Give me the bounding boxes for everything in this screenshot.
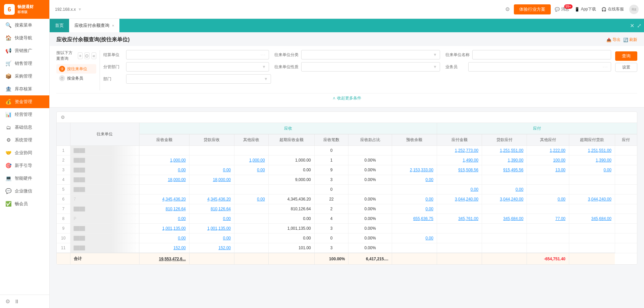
pause-icon[interactable]: ⏸ bbox=[14, 299, 19, 305]
th-pay-overdue: 超期应付货款 bbox=[569, 134, 615, 146]
sidebar-item-finance[interactable]: 💰 资金管理 bbox=[0, 95, 49, 108]
sidebar-icon-stock: 🏦 bbox=[5, 86, 11, 92]
tab-home-label: 首页 bbox=[55, 23, 64, 29]
dept-select[interactable]: ▼ bbox=[126, 62, 269, 72]
scheme-unit-icon: 业 bbox=[59, 66, 65, 72]
sidebar-item-sales[interactable]: 🛒 销售管理 bbox=[0, 57, 49, 70]
th-recv-advance: 预收余额 bbox=[392, 134, 437, 146]
filter-config-button[interactable]: ⊙ bbox=[85, 52, 89, 59]
footer-empty2 bbox=[189, 253, 234, 264]
query-button[interactable]: 查询 bbox=[615, 51, 637, 61]
tab-balance[interactable]: 应收应付余额查询 × bbox=[69, 19, 119, 32]
department-select[interactable]: ▼ bbox=[126, 74, 271, 84]
footer-pay-total: -654,751.40 bbox=[527, 253, 569, 264]
filter-arrow-button[interactable]: « bbox=[92, 52, 96, 59]
sidebar-label-member: 畅会员 bbox=[15, 201, 28, 207]
topbar-service[interactable]: 🎧 在线客服 bbox=[601, 6, 624, 12]
topbar-actions: 💬 消息 99+ 📱 App下载 🎧 在线客服 Rit bbox=[555, 5, 639, 14]
th-payable-group: 应付 bbox=[437, 123, 637, 134]
sidebar-item-quick[interactable]: 🏠 快捷导航 bbox=[0, 32, 49, 44]
unit-name-input[interactable] bbox=[472, 50, 611, 59]
sidebar-item-operation[interactable]: 📊 经营管理 bbox=[0, 108, 49, 121]
sidebar-item-stock[interactable]: 🏦 库存核算 bbox=[0, 83, 49, 95]
filter-settlement: 结算单位 ··· bbox=[103, 50, 269, 59]
table-row: 3████0.000.000.000.0090.00%2,153,333.009… bbox=[57, 165, 637, 175]
footer-empty bbox=[57, 253, 70, 264]
table-row: 674,345,436.204,345,436.200.004,345,436.… bbox=[57, 194, 637, 204]
scheme-item-unit[interactable]: 业 按往来单位 bbox=[56, 64, 96, 74]
unit-nature-label: 往来单位性质 bbox=[274, 64, 299, 70]
refresh-icon: 🔄 bbox=[623, 38, 628, 42]
set-button[interactable]: 设置 bbox=[615, 63, 637, 72]
sidebar-item-marketing[interactable]: 📢 营销推广 bbox=[0, 44, 49, 57]
topbar-address: 192.168.x.x bbox=[55, 7, 76, 12]
sidebar-item-member[interactable]: ✅ 畅会员 bbox=[0, 197, 49, 210]
sidebar-label-sales: 销售管理 bbox=[15, 60, 32, 67]
topbar-breadcrumb: 192.168.x.x ▼ bbox=[55, 7, 501, 12]
sidebar-item-system[interactable]: ⚙ 系统管理 bbox=[0, 134, 49, 146]
export-button[interactable]: 📤 导出 bbox=[606, 37, 621, 43]
sidebar-item-hardware[interactable]: 💻 智能硬件 bbox=[0, 172, 49, 185]
staff-input[interactable]: ··· bbox=[468, 62, 611, 72]
sidebar-item-corp[interactable]: 🤝 企业协同 bbox=[0, 146, 49, 159]
sidebar-logo: 6 畅捷通财 标准版 bbox=[0, 0, 49, 19]
export-icon: 📤 bbox=[606, 38, 611, 42]
unit-nature-select[interactable]: ▼ bbox=[301, 62, 440, 72]
th-partner: 往来单位 bbox=[70, 123, 139, 146]
topbar-message[interactable]: 💬 消息 99+ bbox=[555, 6, 569, 12]
sidebar-item-wechat[interactable]: 💬 企业微信 bbox=[0, 185, 49, 197]
sidebar-icon-guide: 🎯 bbox=[5, 163, 11, 169]
sidebar-item-guide[interactable]: 🎯 新手引导 bbox=[0, 159, 49, 172]
avatar-text: Rit bbox=[632, 7, 636, 11]
filter-add-button[interactable]: + bbox=[78, 52, 83, 59]
sidebar-icon-finance: 💰 bbox=[5, 99, 11, 105]
scheme-unit-label: 按往来单位 bbox=[67, 66, 87, 72]
topbar-app-download[interactable]: 📱 App下载 bbox=[575, 6, 596, 12]
settlement-input[interactable]: ··· bbox=[126, 50, 269, 59]
sidebar-icon-search: 🔍 bbox=[5, 22, 11, 28]
tab-home[interactable]: 首页 bbox=[50, 19, 69, 32]
service-icon: 🎧 bbox=[601, 7, 606, 12]
th-recv-loan: 贷款应收 bbox=[189, 134, 234, 146]
sidebar-label-finance: 资金管理 bbox=[15, 99, 32, 105]
dept-chevron: ▼ bbox=[262, 64, 266, 69]
sidebar-item-search[interactable]: 🔍 搜索菜单 bbox=[0, 19, 49, 32]
topbar-chevron[interactable]: ▼ bbox=[78, 7, 82, 12]
sidebar-icon-sales: 🛒 bbox=[5, 60, 11, 67]
refresh-button[interactable]: 🔄 刷新 bbox=[623, 37, 637, 43]
sidebar-bottom: ⚙ ⏸ bbox=[0, 295, 49, 308]
tabbar-close-icon[interactable]: ✕ bbox=[630, 23, 634, 29]
tab-close-icon[interactable]: × bbox=[112, 24, 114, 28]
topbar-cta-button[interactable]: 体验行业方案 bbox=[514, 4, 551, 14]
department-label: 部门 bbox=[103, 76, 123, 82]
sidebar-item-basic[interactable]: 🗂 基础信息 bbox=[0, 121, 49, 134]
footer-recv-total[interactable]: 19,553,472,6... bbox=[139, 253, 189, 264]
sidebar-icon-operation: 📊 bbox=[5, 112, 11, 118]
sidebar: 6 畅捷通财 标准版 🔍 搜索菜单 🏠 快捷导航 📢 营销推广 🛒 销售管理 📦… bbox=[0, 0, 50, 308]
collapse-button[interactable]: ∧ 收起更多条件 bbox=[56, 93, 637, 103]
filter-unit-name: 往来单位名称 bbox=[445, 50, 611, 59]
tabbar-expand-icon[interactable]: ⤢ bbox=[637, 23, 641, 29]
scheme-item-staff[interactable]: ⏱ 按业务员 bbox=[56, 74, 96, 83]
unit-type-select[interactable]: ▼ bbox=[301, 50, 440, 59]
th-recv-overdue: 超期应收金额 bbox=[268, 134, 314, 146]
unit-type-chevron: ▼ bbox=[433, 52, 437, 57]
settings-icon[interactable]: ⚙ bbox=[5, 298, 10, 305]
table-settings-icon[interactable]: ⚙ bbox=[61, 115, 65, 120]
footer-label: 合计 bbox=[70, 253, 139, 264]
scheme-staff-icon: ⏱ bbox=[59, 75, 65, 81]
topbar-gear-icon[interactable]: ⚙ bbox=[505, 6, 510, 12]
table-row: 1████01,252,773.001,251,551.001,222.001,… bbox=[57, 146, 637, 156]
topbar-avatar[interactable]: Rit bbox=[629, 5, 639, 14]
topbar: 192.168.x.x ▼ ⚙ 体验行业方案 💬 消息 99+ 📱 App下载 … bbox=[50, 0, 644, 19]
table-scroll[interactable]: 往来单位 应收 应付 应收金额 贷款应收 其他应收 超期应收金额 应收笔数 应收… bbox=[57, 123, 637, 264]
sidebar-item-purchase[interactable]: 📦 采购管理 bbox=[0, 70, 49, 83]
filter-unit-type: 往来单位分类 ▼ bbox=[274, 50, 440, 59]
settlement-label: 结算单位 bbox=[103, 52, 123, 58]
page-header-area: 应收应付余额查询(按往来单位) 📤 导出 🔄 刷新 bbox=[50, 32, 644, 46]
th-pay-end: 应付 bbox=[615, 134, 637, 146]
th-recv-ratio: 应收款占比 bbox=[348, 134, 392, 146]
filter-dept: 分管部门 ▼ bbox=[103, 62, 269, 72]
scheme-staff-label: 按业务员 bbox=[67, 76, 83, 81]
tabbar-controls: ✕ ⤢ bbox=[630, 23, 644, 29]
